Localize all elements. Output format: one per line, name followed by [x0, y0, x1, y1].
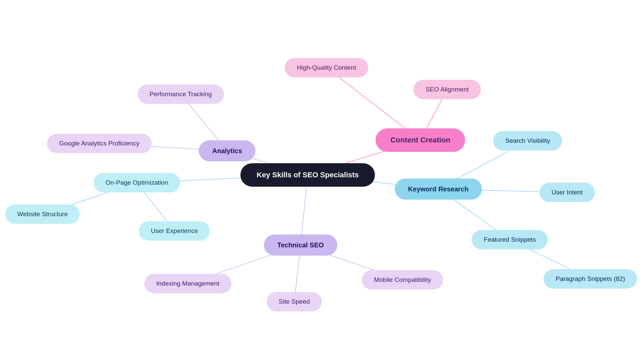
node-website-structure: Website Structure [5, 204, 80, 224]
node-site-speed: Site Speed [267, 292, 322, 311]
node-on-page-optimization: On-Page Optimization [94, 173, 180, 192]
node-high-quality-content: High-Quality Content [285, 58, 368, 77]
node-technical-seo: Technical SEO [264, 234, 337, 255]
node-user-experience: User Experience [139, 221, 210, 241]
node-keyword-research: Keyword Research [395, 178, 482, 199]
node-content-creation: Content Creation [376, 128, 465, 152]
node-indexing-management: Indexing Management [144, 274, 231, 293]
node-seo-alignment: SEO Alignment [414, 80, 481, 99]
center-node: Key Skills of SEO Specialists [240, 163, 375, 187]
node-google-analytics: Google Analytics Proficiency [47, 134, 152, 153]
node-search-visibility: Search Visibility [493, 131, 562, 150]
node-mobile-compatibility: Mobile Compatibility [362, 270, 443, 290]
node-featured-snippets: Featured Snippets [472, 230, 548, 249]
node-analytics: Analytics [199, 140, 256, 162]
node-paragraph-snippets: Paragraph Snippets (82) [543, 269, 637, 289]
node-performance-tracking: Performance Tracking [138, 84, 224, 104]
mind-map: Key Skills of SEO SpecialistsContent Cre… [0, 0, 644, 363]
node-user-intent: User Intent [539, 183, 595, 202]
